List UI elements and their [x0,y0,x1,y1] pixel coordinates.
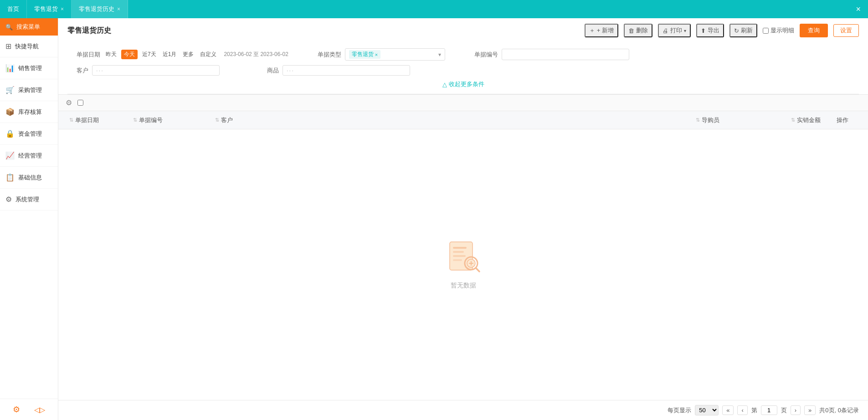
topbar-close-icon[interactable]: × [856,5,861,14]
page-input[interactable] [761,405,777,415]
collapse-row: △ 收起更多条件 [77,80,850,88]
page-header: 零售退货历史 ＋ + 新增 🗑 删除 🖨 打印 ▾ [58,18,868,95]
th-guide: ⇅ 导购员 [692,116,765,124]
page-first-button[interactable]: « [722,405,734,415]
search-menu[interactable]: 🔍 搜索菜单 [0,18,58,36]
setting-button[interactable]: 设置 [833,24,859,37]
delete-icon: 🗑 [628,27,634,34]
table-settings-icon[interactable]: ⚙ [66,98,72,107]
sidebar-toggle-icon[interactable]: ◁▷ [34,405,45,414]
tab-home-label: 首页 [7,5,19,13]
th-guide-label: 导购员 [702,116,719,124]
table-header: ⇅ 单据日期 ⇅ 单据编号 ⇅ 客户 ⇅ 导购员 ⇅ 实销金额 [58,111,868,129]
refresh-button[interactable]: ↻ 刷新 [729,24,757,37]
th-date-label: 单据日期 [75,116,99,124]
add-label: + 新增 [597,26,614,35]
customer-input[interactable]: ··· [92,65,220,76]
collapse-button[interactable]: △ 收起更多条件 [442,80,484,88]
sidebar-item-finance-label: 资金管理 [18,130,42,138]
search-menu-label: 搜索菜单 [16,23,40,31]
svg-rect-1 [453,247,467,249]
no-input[interactable] [502,49,629,60]
th-op: 操作 [824,116,861,124]
date-opt-custom[interactable]: 自定义 [198,50,218,59]
tab-retail-return[interactable]: 零售退货 × [27,0,72,18]
tab-home[interactable]: 首页 [0,0,27,18]
date-options: 昨天 今天 近7天 近1月 更多 自定义 [104,50,218,59]
topbar-right: × [856,5,868,14]
select-all-checkbox[interactable] [77,100,83,106]
date-opt-today[interactable]: 今天 [121,50,138,59]
th-amount-sort-icon: ⇅ [791,117,795,123]
tab-retail-return-history[interactable]: 零售退货历史 × [72,0,128,18]
sidebar-item-sales-mgmt[interactable]: 📊 销售管理 [0,57,58,79]
print-button[interactable]: 🖨 打印 ▾ [658,24,691,37]
filter-group-no: 单据编号 [474,49,629,60]
sidebar-item-basic-info-label: 基础信息 [18,174,42,182]
page-actions: ＋ + 新增 🗑 删除 🖨 打印 ▾ ⬆ 导出 [585,24,859,37]
page-label: 第 [751,406,757,415]
sales-mgmt-icon: 📊 [5,64,15,72]
sidebar-item-inventory-label: 库存核算 [18,108,42,116]
main: 零售退货历史 ＋ + 新增 🗑 删除 🖨 打印 ▾ [58,18,868,420]
date-filter-label: 单据日期 [77,51,100,59]
type-input[interactable]: 零售退货 × ▾ [345,48,445,61]
layout: 🔍 搜索菜单 ⊞ 快捷导航 📊 销售管理 🛒 采购管理 📦 库存核算 🔒 资金管… [0,18,868,420]
page-prev-button[interactable]: ‹ [737,405,747,415]
quick-nav-icon: ⊞ [5,42,11,51]
goods-placeholder: ··· [287,67,294,74]
date-opt-1month[interactable]: 近1月 [161,50,179,59]
add-button[interactable]: ＋ + 新增 [585,24,618,37]
page-last-button[interactable]: » [804,405,816,415]
goods-input[interactable]: ··· [282,65,410,76]
sidebar-item-sys-mgmt[interactable]: ⚙ 系统管理 [0,189,58,210]
collapse-icon: △ [442,81,447,88]
goods-filter-label: 商品 [267,67,279,75]
th-amount: ⇅ 实销金额 [765,116,824,124]
search-icon: 🔍 [5,24,13,31]
svg-line-7 [476,268,479,271]
sidebar-item-inventory[interactable]: 📦 库存核算 [0,101,58,123]
print-icon: 🖨 [663,27,668,34]
sidebar-item-finance[interactable]: 🔒 资金管理 [0,123,58,145]
empty-text: 暂无数据 [451,282,476,290]
th-date: ⇅ 单据日期 [66,116,129,124]
th-customer-label: 客户 [221,116,233,124]
export-icon: ⬆ [701,27,706,34]
tab-retail-return-history-close[interactable]: × [117,6,120,12]
basic-info-icon: 📋 [5,173,15,182]
th-no-sort-icon: ⇅ [133,117,137,123]
filter-group-goods: 商品 ··· [267,65,410,76]
add-icon: ＋ [589,26,595,35]
delete-button[interactable]: 🗑 删除 [624,24,652,37]
type-tag-label: 零售退货 [352,51,374,58]
sidebar-item-sys-mgmt-label: 系统管理 [15,195,39,204]
refresh-icon: ↻ [734,27,739,34]
query-button[interactable]: 查询 [800,24,828,37]
sidebar-item-basic-info[interactable]: 📋 基础信息 [0,167,58,189]
empty-area: 暂无数据 [58,129,868,400]
date-opt-7days[interactable]: 近7天 [140,50,158,59]
filter-group-date: 单据日期 昨天 今天 近7天 近1月 更多 自定义 2023-06-02 至 2… [77,50,288,59]
page-next-button[interactable]: › [791,405,801,415]
sidebar-item-quick-nav[interactable]: ⊞ 快捷导航 [0,36,58,57]
customer-placeholder: ··· [96,67,104,74]
type-tag-close[interactable]: × [375,52,378,57]
date-opt-more[interactable]: 更多 [181,50,195,59]
date-opt-yesterday[interactable]: 昨天 [104,50,118,59]
sidebar-item-operation[interactable]: 📈 经营管理 [0,145,58,167]
th-no: ⇅ 单据编号 [129,116,211,124]
show-detail-toggle[interactable]: 显示明细 [763,26,794,35]
sidebar-item-purchase-mgmt[interactable]: 🛒 采购管理 [0,79,58,101]
svg-rect-2 [453,251,464,253]
export-button[interactable]: ⬆ 导出 [696,24,724,37]
th-op-label: 操作 [837,116,848,124]
tab-retail-return-history-label: 零售退货历史 [79,5,114,13]
svg-rect-4 [453,259,462,261]
page-size-select[interactable]: 50 10 20 100 [695,405,719,415]
th-amount-label: 实销金额 [797,116,821,124]
tab-retail-return-close[interactable]: × [61,6,64,12]
show-detail-checkbox[interactable] [763,28,769,34]
sidebar-settings-icon[interactable]: ⚙ [13,405,20,415]
th-no-label: 单据编号 [139,116,163,124]
